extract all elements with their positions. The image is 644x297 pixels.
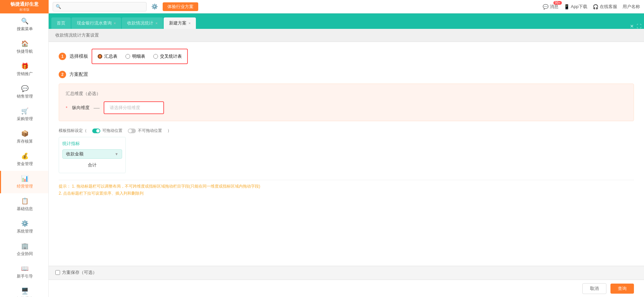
close-window-icon[interactable]: ✕ bbox=[630, 23, 634, 29]
tab-home-label: 首页 bbox=[57, 20, 65, 26]
stat-indicators-box: 统计指标 收款金额 ▼ 合计 bbox=[59, 137, 126, 173]
hint-draggable: 可拖动位置 bbox=[92, 128, 122, 134]
tab-collection-stat-close[interactable]: × bbox=[155, 21, 157, 25]
vertical-dimension-label: 纵向维度 bbox=[72, 105, 90, 111]
bottom-bar: 取消 查询 bbox=[49, 280, 644, 297]
dimension-row: * 纵向维度 — 请选择分组维度 bbox=[66, 101, 627, 114]
sidebar-item-guide[interactable]: 📖 新手引导 bbox=[0, 261, 48, 283]
trial-button[interactable]: 体验行业方案 bbox=[163, 2, 198, 11]
sidebar-label-basic: 基础信息 bbox=[17, 206, 33, 212]
monitor-icon: 🖥️ bbox=[21, 287, 29, 295]
sidebar-item-quicknav[interactable]: 🏠 快捷导航 bbox=[0, 36, 48, 58]
radio-summary-input[interactable] bbox=[98, 54, 102, 59]
step1-header: 1 选择模板 汇总表 明细表 bbox=[59, 49, 634, 64]
radio-cross-input[interactable] bbox=[153, 54, 158, 59]
radio-detail-label: 明细表 bbox=[132, 53, 145, 59]
home-icon: 🏠 bbox=[21, 40, 29, 47]
sidebar-item-inventory[interactable]: 📦 库存核算 bbox=[0, 126, 48, 148]
sidebar-item-purchase[interactable]: 🛒 采购管理 bbox=[0, 103, 48, 126]
sidebar-item-capital[interactable]: 💰 资金管理 bbox=[0, 148, 48, 171]
required-mark: * bbox=[66, 105, 67, 110]
page-title: 收款情况统计方案设置 bbox=[55, 33, 99, 38]
chart-icon: 📊 bbox=[21, 175, 29, 182]
step2-header: 2 方案配置 bbox=[59, 71, 634, 78]
tab-collection-stat[interactable]: 收款情况统计 × bbox=[122, 17, 163, 29]
download-label: App下载 bbox=[571, 4, 587, 10]
sidebar-item-sales[interactable]: 💬 销售管理 bbox=[0, 81, 48, 103]
cart-icon: 🛒 bbox=[21, 107, 29, 115]
tip-line-1: 提示： 1. 拖动标题栏可以调整布局，不可跨维度或指标区域拖动栏目字段(只能在同… bbox=[59, 184, 634, 189]
indicators-label: 模板指标设定（ bbox=[59, 128, 87, 134]
stat-tag-amount[interactable]: 收款金额 ▼ bbox=[62, 149, 122, 159]
radio-detail-input[interactable] bbox=[125, 54, 130, 59]
hint-close-paren: ） bbox=[167, 128, 171, 134]
radio-cross-label: 交叉统计表 bbox=[160, 53, 182, 59]
gift-icon: 🎁 bbox=[21, 62, 29, 70]
message-item[interactable]: 💬 消息 99+ bbox=[543, 4, 558, 10]
sidebar-item-operations[interactable]: 📊 经营管理 bbox=[0, 171, 48, 193]
step2-title: 方案配置 bbox=[69, 71, 88, 78]
dimension-select[interactable]: 请选择分组维度 bbox=[104, 101, 164, 114]
service-label: 在线客服 bbox=[600, 4, 617, 10]
sidebar-item-basic[interactable]: 📋 基础信息 bbox=[0, 193, 48, 216]
radio-cross[interactable]: 交叉统计表 bbox=[153, 53, 182, 59]
tab-collection-stat-label: 收款情况统计 bbox=[127, 20, 153, 26]
page-content: 收款情况统计方案设置 1 选择模板 汇总表 bbox=[49, 29, 644, 280]
arrow-icon: — bbox=[94, 104, 100, 111]
sidebar-item-system[interactable]: ⚙️ 系统管理 bbox=[0, 216, 48, 238]
hint-not-draggable-label: 不可拖动位置 bbox=[138, 128, 162, 134]
clipboard-icon: 📋 bbox=[21, 197, 29, 205]
save-label: 方案保存（可选） bbox=[62, 269, 97, 276]
radio-detail[interactable]: 明细表 bbox=[125, 53, 145, 59]
search-bar[interactable]: 🔍 bbox=[53, 2, 147, 11]
indicators-section: 模板指标设定（ 可拖动位置 不可拖动位置 ） bbox=[59, 128, 634, 201]
draggable-toggle bbox=[92, 129, 100, 133]
sidebar-label-quicknav: 快捷导航 bbox=[17, 49, 33, 54]
tabs-right: ✕ ⛶ bbox=[630, 23, 644, 29]
search-icon: 🔍 bbox=[21, 17, 29, 25]
tip-line-2: 2. 点击标题栏下拉可设置排序、插入列和删除列 bbox=[59, 191, 634, 196]
logo: 畅捷通好生意 标准版 bbox=[0, 0, 49, 13]
tab-new-plan[interactable]: 新建方案 × bbox=[164, 17, 196, 29]
tab-bank-flow-close[interactable]: × bbox=[114, 21, 116, 25]
gear-icon: ⚙️ bbox=[21, 220, 29, 227]
radio-summary[interactable]: 汇总表 bbox=[98, 53, 117, 59]
sidebar-label-purchase: 采购管理 bbox=[17, 116, 33, 122]
search-input[interactable] bbox=[62, 4, 129, 9]
tab-home[interactable]: 首页 bbox=[51, 17, 71, 29]
sidebar: 🔍 搜索菜单 🏠 快捷导航 🎁 营销推广 💬 销售管理 🛒 采购管理 📦 库存核… bbox=[0, 13, 49, 297]
user-name[interactable]: 用户名称 bbox=[623, 4, 640, 10]
tab-bank-flow[interactable]: 现金银行流水查询 × bbox=[71, 17, 121, 29]
step2-section: 2 方案配置 汇总维度（必选） * 纵向维度 — 请选择 bbox=[59, 71, 634, 201]
tips-section: 提示： 1. 拖动标题栏可以调整布局，不可跨维度或指标区域拖动栏目字段(只能在同… bbox=[59, 180, 634, 201]
tab-bar: 首页 现金银行流水查询 × 收款情况统计 × 新建方案 × ✕ ⛶ bbox=[49, 13, 644, 29]
service-item[interactable]: 🎧 在线客服 bbox=[593, 4, 617, 10]
tab-new-plan-label: 新建方案 bbox=[169, 20, 186, 26]
step1-title: 选择模板 bbox=[69, 53, 88, 59]
sidebar-item-enterprise[interactable]: 🏢 企业协同 bbox=[0, 238, 48, 261]
settings-icon[interactable]: ⚙️ bbox=[150, 2, 159, 11]
sidebar-item-hardware[interactable]: 🖥️ 智能硬件 bbox=[0, 283, 48, 297]
cancel-button[interactable]: 取消 bbox=[582, 283, 606, 294]
stat-tag-label: 收款金额 bbox=[66, 151, 84, 157]
sidebar-item-search[interactable]: 🔍 搜索菜单 bbox=[0, 13, 48, 36]
tab-bank-flow-label: 现金银行流水查询 bbox=[77, 20, 112, 26]
tab-new-plan-close[interactable]: × bbox=[189, 21, 191, 25]
dimension-label: 汇总维度（必选） bbox=[66, 91, 627, 97]
content-area: 首页 现金银行流水查询 × 收款情况统计 × 新建方案 × ✕ ⛶ 收款情况统计… bbox=[49, 13, 644, 297]
download-item[interactable]: 📱 App下载 bbox=[564, 4, 587, 10]
sidebar-label-capital: 资金管理 bbox=[17, 161, 33, 167]
query-button[interactable]: 查询 bbox=[610, 284, 634, 294]
save-option[interactable]: 方案保存（可选） bbox=[55, 269, 97, 276]
step1-number: 1 bbox=[59, 53, 66, 60]
sidebar-label-marketing: 营销推广 bbox=[17, 71, 33, 77]
app-version: 标准版 bbox=[19, 7, 30, 12]
page-title-bar: 收款情况统计方案设置 bbox=[49, 29, 644, 42]
sidebar-item-marketing[interactable]: 🎁 营销推广 bbox=[0, 58, 48, 81]
stat-indicators-label: 统计指标 bbox=[62, 141, 122, 147]
save-checkbox[interactable] bbox=[55, 270, 60, 275]
box-icon: 📦 bbox=[21, 130, 29, 137]
maximize-icon[interactable]: ⛶ bbox=[637, 23, 641, 29]
sidebar-label-sales: 销售管理 bbox=[17, 94, 33, 99]
not-draggable-toggle bbox=[128, 129, 136, 133]
